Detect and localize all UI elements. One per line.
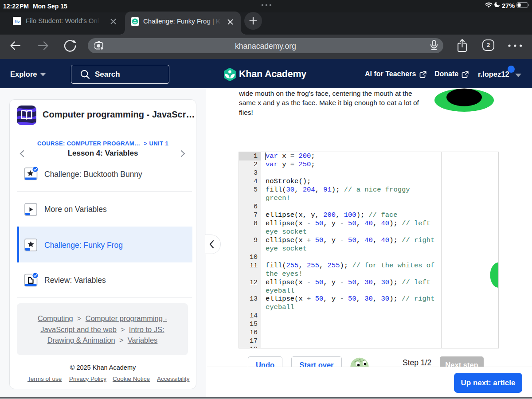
- svg-text:filo: filo: [15, 20, 20, 23]
